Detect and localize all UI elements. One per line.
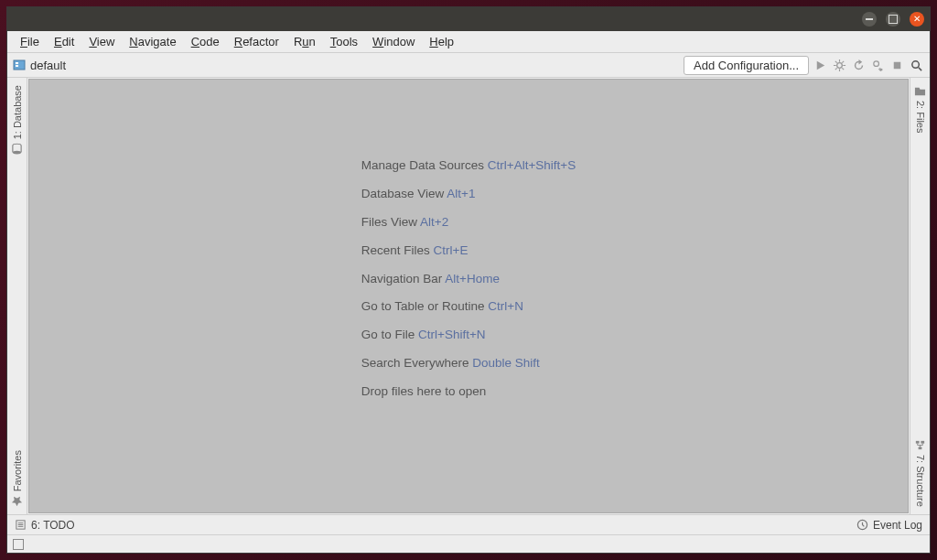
event-log-label: Event Log [873, 519, 922, 532]
structure-tool-label: 7: Structure [915, 455, 926, 507]
menu-view[interactable]: View [83, 33, 120, 50]
hint-search-everywhere: Search Everywhere Double Shift [361, 355, 576, 372]
shortcut: Double Shift [472, 356, 540, 370]
menu-run[interactable]: Run [288, 33, 321, 50]
svg-rect-5 [894, 61, 901, 69]
menu-navigate[interactable]: Navigate [124, 33, 181, 50]
breadcrumb-label: default [30, 59, 66, 72]
status-bar [7, 534, 930, 553]
hint-go-to-table: Go to Table or Routine Ctrl+N [361, 298, 576, 316]
files-tool-tab[interactable]: 2: Files [914, 81, 926, 136]
shortcut: Ctrl+N [488, 299, 523, 313]
shortcut: Alt+1 [447, 187, 475, 200]
app-window: File Edit View Navigate Code Refactor Ru… [6, 6, 931, 554]
run-config-dropdown-icon[interactable] [870, 58, 886, 73]
menu-help[interactable]: Help [424, 33, 459, 50]
svg-rect-10 [919, 447, 922, 449]
right-tool-tabs: 2: Files 7: Structure [910, 78, 930, 514]
editor-area[interactable]: Manage Data Sources Ctrl+Alt+Shift+S Dat… [28, 79, 909, 513]
project-icon [13, 59, 26, 71]
structure-tool-tab[interactable]: 7: Structure [914, 436, 926, 511]
svg-point-4 [874, 60, 879, 66]
hint-database-view: Database View Alt+1 [361, 186, 576, 203]
add-configuration-button[interactable]: Add Configuration... [684, 56, 809, 75]
favorites-tool-tab[interactable]: Favorites [11, 447, 23, 511]
breadcrumb[interactable]: default [13, 59, 66, 72]
svg-rect-1 [16, 62, 18, 64]
todo-tool-tab[interactable]: 6: TODO [15, 519, 75, 532]
svg-point-3 [837, 62, 843, 68]
todo-label: 6: TODO [31, 519, 75, 532]
toolbar-right: Add Configuration... [684, 56, 924, 75]
run-icon[interactable] [813, 58, 828, 73]
todo-icon [15, 519, 27, 531]
star-icon [11, 495, 23, 507]
shortcut: Alt+2 [420, 215, 448, 229]
toolbar: default Add Configuration... [7, 53, 930, 78]
files-tool-label: 2: Files [915, 101, 926, 133]
workspace: 1: Database Favorites Manage Data Source… [7, 78, 930, 514]
svg-point-7 [13, 151, 21, 155]
welcome-panel: Manage Data Sources Ctrl+Alt+Shift+S Dat… [361, 157, 576, 412]
bottom-tool-bar: 6: TODO Event Log [7, 514, 930, 534]
hint-go-to-file: Go to File Ctrl+Shift+N [361, 327, 576, 344]
shortcut: Ctrl+Shift+N [418, 328, 486, 341]
shortcut: Ctrl+E [434, 243, 468, 257]
rerun-icon[interactable] [851, 58, 867, 73]
menu-code[interactable]: Code [186, 33, 225, 50]
titlebar [7, 7, 930, 31]
stop-icon[interactable] [889, 58, 905, 73]
minimize-button[interactable] [862, 12, 877, 27]
svg-rect-9 [921, 441, 924, 444]
maximize-button[interactable] [886, 12, 900, 27]
menubar: File Edit View Navigate Code Refactor Ru… [7, 31, 930, 53]
menu-edit[interactable]: Edit [48, 33, 80, 50]
shortcut: Alt+Home [445, 272, 500, 285]
menu-refactor[interactable]: Refactor [229, 33, 285, 50]
database-tool-tab[interactable]: 1: Database [11, 81, 23, 158]
structure-icon [914, 439, 926, 451]
hint-drop-files: Drop files here to open [361, 383, 576, 401]
close-button[interactable] [910, 12, 924, 27]
menu-file[interactable]: File [15, 33, 45, 50]
hint-recent-files: Recent Files Ctrl+E [361, 242, 576, 260]
debug-icon[interactable] [832, 58, 847, 73]
database-icon [11, 143, 23, 155]
shortcut: Ctrl+Alt+Shift+S [488, 158, 576, 172]
hint-files-view: Files View Alt+2 [361, 214, 576, 232]
hint-navigation-bar: Navigation Bar Alt+Home [361, 271, 576, 288]
tool-windows-toggle-icon[interactable] [13, 539, 24, 550]
menu-window[interactable]: Window [367, 33, 420, 50]
hint-manage-data-sources: Manage Data Sources Ctrl+Alt+Shift+S [361, 157, 576, 175]
left-tool-tabs: 1: Database Favorites [7, 78, 27, 514]
menu-tools[interactable]: Tools [325, 33, 363, 50]
svg-rect-2 [16, 65, 18, 67]
svg-point-6 [912, 60, 920, 68]
event-log-icon [856, 519, 868, 531]
folder-icon [914, 85, 926, 97]
search-icon[interactable] [909, 58, 924, 73]
favorites-tool-label: Favorites [12, 450, 23, 491]
svg-rect-0 [14, 60, 25, 70]
database-tool-label: 1: Database [12, 85, 23, 139]
svg-rect-8 [916, 441, 920, 444]
event-log-tab[interactable]: Event Log [856, 519, 922, 532]
